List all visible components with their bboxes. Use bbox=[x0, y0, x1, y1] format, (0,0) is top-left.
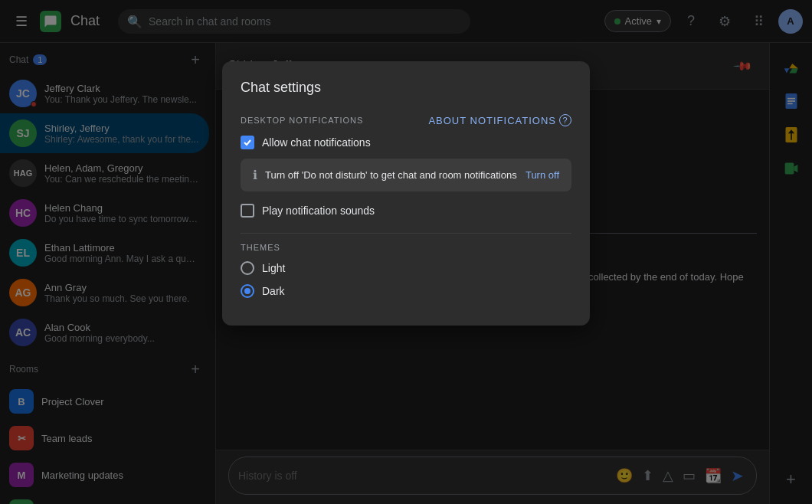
help-circle-icon: ? bbox=[559, 114, 571, 126]
dnd-text: Turn off 'Do not disturb' to get chat an… bbox=[265, 169, 518, 181]
play-sounds-row[interactable]: Play notification sounds bbox=[241, 204, 571, 218]
modal-overlay: Chat settings DESKTOP NOTIFICATIONS Abou… bbox=[0, 0, 812, 504]
turn-off-dnd-button[interactable]: Turn off bbox=[526, 169, 559, 181]
allow-notifications-checkbox[interactable] bbox=[241, 136, 254, 149]
dark-theme-label: Dark bbox=[262, 285, 285, 297]
dnd-notice: ℹ Turn off 'Do not disturb' to get chat … bbox=[241, 159, 571, 191]
play-sounds-label: Play notification sounds bbox=[262, 205, 375, 217]
radio-selected-indicator bbox=[244, 288, 250, 294]
info-icon: ℹ bbox=[253, 168, 257, 182]
about-notifications-link[interactable]: About notifications ? bbox=[428, 114, 571, 126]
allow-notifications-label: Allow chat notifications bbox=[262, 136, 371, 149]
dark-theme-row[interactable]: Dark bbox=[241, 284, 571, 298]
section-separator bbox=[241, 233, 571, 234]
themes-label: THEMES bbox=[241, 243, 571, 252]
allow-notifications-row[interactable]: Allow chat notifications bbox=[241, 136, 571, 149]
desktop-notif-section: DESKTOP NOTIFICATIONS About notification… bbox=[241, 114, 571, 126]
light-theme-label: Light bbox=[262, 262, 285, 274]
light-theme-radio[interactable] bbox=[241, 261, 254, 275]
light-theme-row[interactable]: Light bbox=[241, 261, 571, 275]
play-sounds-checkbox[interactable] bbox=[241, 204, 254, 218]
chat-settings-modal: Chat settings DESKTOP NOTIFICATIONS Abou… bbox=[222, 61, 590, 326]
modal-title: Chat settings bbox=[241, 80, 571, 96]
dark-theme-radio[interactable] bbox=[241, 284, 254, 298]
